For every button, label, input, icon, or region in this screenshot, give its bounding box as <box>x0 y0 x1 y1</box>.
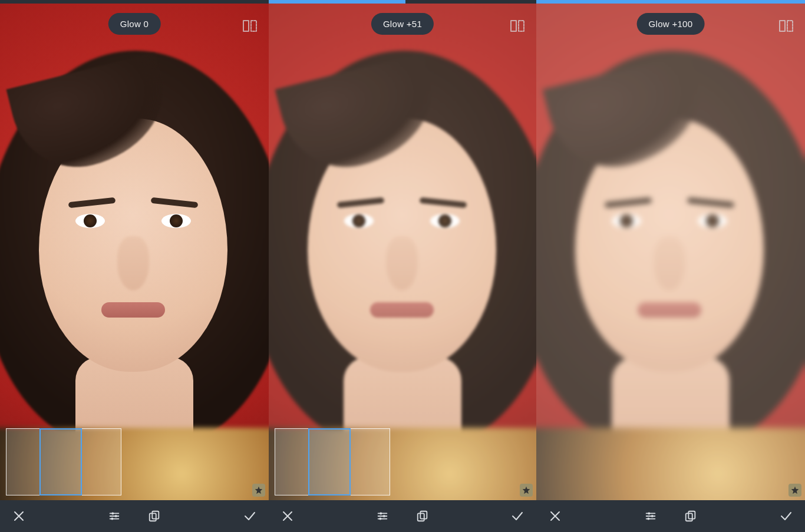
compare-before-after-icon[interactable] <box>510 20 524 32</box>
svg-point-4 <box>111 518 113 520</box>
svg-point-18 <box>647 518 649 520</box>
image-preview[interactable] <box>536 4 805 500</box>
navigator-minimap[interactable] <box>275 428 390 495</box>
svg-point-2 <box>111 512 114 514</box>
svg-point-11 <box>379 518 381 520</box>
svg-rect-1 <box>251 21 256 31</box>
svg-rect-7 <box>511 21 516 31</box>
pro-star-icon[interactable] <box>252 484 265 497</box>
editor-panel: Glow +51 <box>269 0 536 532</box>
navigator-viewport[interactable] <box>39 428 82 495</box>
adjust-sliders-button[interactable] <box>374 508 391 524</box>
styles-button[interactable] <box>146 508 163 524</box>
glow-slider[interactable] <box>269 0 536 4</box>
confirm-button[interactable] <box>778 508 794 524</box>
svg-point-10 <box>383 515 385 517</box>
cancel-button[interactable] <box>11 508 27 524</box>
bottom-toolbar <box>536 500 805 532</box>
bottom-toolbar <box>269 500 536 532</box>
adjust-sliders-button[interactable] <box>642 508 659 524</box>
styles-button[interactable] <box>414 508 431 524</box>
pro-star-icon[interactable] <box>788 484 801 497</box>
adjust-sliders-button[interactable] <box>106 508 123 524</box>
compare-before-after-icon[interactable] <box>243 20 257 32</box>
compare-before-after-icon[interactable] <box>779 20 793 32</box>
navigator-minimap[interactable] <box>6 428 121 495</box>
glow-slider[interactable] <box>536 0 805 4</box>
navigator-viewport[interactable] <box>308 428 351 495</box>
confirm-button[interactable] <box>242 508 258 524</box>
editor-panel: Glow 0 <box>0 0 269 532</box>
pro-star-icon[interactable] <box>520 484 533 497</box>
svg-rect-8 <box>519 21 524 31</box>
styles-button[interactable] <box>682 508 699 524</box>
svg-point-17 <box>651 515 654 517</box>
svg-point-3 <box>115 515 117 517</box>
confirm-button[interactable] <box>509 508 526 524</box>
parameter-value-chip[interactable]: Glow +100 <box>637 13 705 35</box>
image-preview[interactable] <box>269 4 536 500</box>
glow-slider[interactable] <box>0 0 269 4</box>
svg-rect-15 <box>787 21 793 31</box>
svg-point-16 <box>648 512 650 514</box>
cancel-button[interactable] <box>279 508 296 524</box>
svg-point-9 <box>380 512 382 514</box>
parameter-value-chip[interactable]: Glow 0 <box>108 13 161 35</box>
cancel-button[interactable] <box>547 508 563 524</box>
image-preview[interactable] <box>0 4 269 500</box>
svg-rect-14 <box>780 21 785 31</box>
svg-rect-13 <box>420 511 427 519</box>
parameter-value-chip[interactable]: Glow +51 <box>371 13 434 35</box>
bottom-toolbar <box>0 500 269 532</box>
editor-panel: Glow +100 <box>536 0 805 532</box>
svg-rect-0 <box>243 21 249 31</box>
